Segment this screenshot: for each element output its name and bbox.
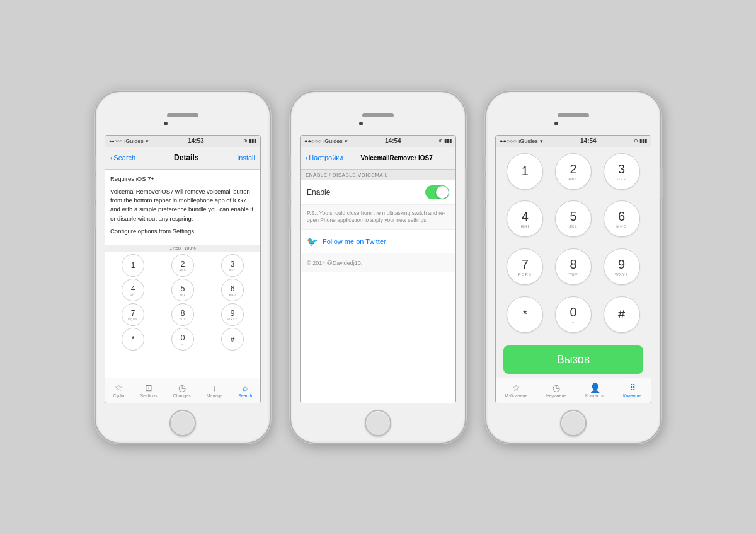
location-2: ⊕: [438, 138, 443, 144]
manage-icon: ↓: [212, 383, 217, 393]
description-body: VoicemailRemoveriOS7 will remove voicema…: [110, 187, 255, 223]
big-dial-3[interactable]: 3DEF: [604, 153, 640, 190]
status-time-2: 14:54: [385, 137, 401, 144]
screen-2: ●●○○○ iGuides ▾ 14:54 ⊕ ▮▮▮ ‹ Настройки …: [300, 135, 456, 403]
battery-3: ▮▮▮: [639, 138, 647, 144]
tab-favorites[interactable]: ☆ Избранное: [505, 383, 527, 398]
dial-7[interactable]: 7PQRS: [122, 303, 144, 326]
big-dial-7[interactable]: 7PQRS: [507, 248, 543, 285]
dial-9[interactable]: 9WXYZ: [221, 303, 244, 326]
enable-toggle[interactable]: [425, 185, 449, 199]
front-camera-2: [359, 122, 363, 125]
dial-5[interactable]: 5JKL: [171, 279, 194, 301]
tab-keypad-label: Клавиша: [623, 393, 641, 398]
tab-search[interactable]: ⌕ Search: [238, 383, 252, 398]
back-button-1[interactable]: ‹ Search: [110, 154, 135, 161]
mute-button[interactable]: [93, 155, 96, 171]
favorites-icon: ☆: [512, 383, 520, 393]
dial-1[interactable]: 1: [122, 254, 144, 277]
big-dial-star[interactable]: *: [507, 296, 543, 333]
call-button[interactable]: Вызов: [503, 345, 643, 374]
twitter-row[interactable]: 🐦 Follow me on Twitter: [301, 230, 455, 253]
chevron-left-icon: ‹: [110, 154, 112, 161]
tab-contacts[interactable]: 👤 Контакты: [585, 383, 604, 398]
status-bar-2: ●●○○○ iGuides ▾ 14:54 ⊕ ▮▮▮: [301, 136, 455, 147]
status-time-3: 14:54: [580, 137, 597, 144]
dial-3[interactable]: 3DEF: [221, 254, 244, 277]
tab-manage-label: Manage: [207, 393, 222, 398]
speaker: [167, 113, 198, 117]
dial-star[interactable]: *: [122, 328, 144, 351]
enable-label: Enable: [307, 188, 330, 197]
twitter-link[interactable]: Follow me on Twitter: [323, 238, 386, 245]
tab-bar-1: ☆ Cydia ⊡ Sections ◷ Changes ↓ Manage ⌕: [105, 378, 260, 403]
battery-2: ▮▮▮: [444, 138, 452, 144]
volume-up-button[interactable]: [93, 177, 96, 199]
power-button-2[interactable]: [465, 168, 467, 199]
enable-row: Enable: [301, 180, 455, 205]
tab-sections[interactable]: ⊡ Sections: [140, 383, 158, 398]
mini-status: 17:58 100%: [105, 245, 260, 252]
dial-4[interactable]: 4GHI: [122, 279, 144, 301]
carrier-label: iGuides: [124, 138, 144, 144]
status-time: 14:53: [188, 137, 204, 144]
signal-3: ●●○○○: [500, 138, 517, 144]
tab-manage[interactable]: ↓ Manage: [207, 383, 222, 398]
dial-6[interactable]: 6MNO: [221, 279, 244, 301]
configure-line: Configure options from Settings.: [110, 227, 255, 236]
screen-1: ●●○○○ iGuides ▾ 14:53 ⊕ ▮▮▮ ‹ Search Det…: [105, 135, 261, 403]
volume-down-button[interactable]: [93, 206, 96, 228]
big-dial-0[interactable]: 0+: [555, 296, 592, 333]
volume-up-button-3[interactable]: [484, 177, 486, 199]
speaker-3: [558, 113, 589, 117]
big-dial-2[interactable]: 2ABC: [555, 153, 592, 190]
settings-note: P.S.: You should close from the multitas…: [301, 205, 455, 231]
big-dial-8[interactable]: 8TUV: [555, 248, 592, 285]
battery-icon: ▮▮▮: [249, 138, 256, 144]
back-label-1: Search: [113, 154, 135, 161]
description-text: Requires iOS 7+ VoicemailRemoveriOS7 wil…: [105, 170, 260, 245]
dial-0[interactable]: 0+: [171, 328, 194, 351]
tab-changes[interactable]: ◷ Changes: [173, 383, 191, 398]
power-button[interactable]: [270, 168, 272, 199]
signal-2: ●●○○○: [304, 138, 321, 144]
carrier-3: iGuides: [518, 138, 538, 144]
speaker-2: [362, 113, 394, 117]
search-icon: ⌕: [243, 383, 248, 393]
big-dial-9[interactable]: 9WXYZ: [604, 248, 640, 285]
location-3: ⊕: [634, 138, 638, 144]
contacts-icon: 👤: [590, 383, 600, 393]
mute-button-3[interactable]: [484, 155, 486, 171]
home-button-1[interactable]: [169, 410, 196, 436]
power-button-3[interactable]: [660, 168, 663, 199]
top-controls-3: [486, 103, 660, 117]
home-button-3[interactable]: [560, 410, 587, 436]
big-dial-pad: 1 2ABC 3DEF 4GHI 5JKL 6MNO 7PQRS 8TUV 9W…: [496, 147, 651, 345]
big-dial-6[interactable]: 6MNO: [604, 200, 640, 237]
volume-up-button-2[interactable]: [289, 177, 291, 199]
install-button[interactable]: Install: [237, 154, 255, 161]
back-button-2[interactable]: ‹ Настройки: [306, 154, 343, 161]
tab-recent-label: Недавние: [546, 393, 566, 398]
home-button-2[interactable]: [365, 410, 391, 436]
tab-keypad[interactable]: ⠿ Клавиша: [623, 383, 641, 398]
dial-pad-1: 1 2ABC 3DEF 4GHI 5JKL 6MNO 7PQRS 8TUV 9W…: [105, 252, 260, 352]
dial-8[interactable]: 8TUV: [171, 303, 194, 326]
big-dial-1[interactable]: 1: [507, 153, 543, 190]
iphone-1: ●●○○○ iGuides ▾ 14:53 ⊕ ▮▮▮ ‹ Search Det…: [94, 91, 271, 444]
status-bar-3: ●●○○○ iGuides ▾ 14:54 ⊕ ▮▮▮: [496, 136, 651, 147]
big-dial-hash[interactable]: #: [604, 296, 640, 333]
wifi-icon: ▾: [146, 138, 149, 144]
big-dial-5[interactable]: 5JKL: [555, 200, 592, 237]
tab-cydia[interactable]: ☆ Cydia: [113, 383, 125, 398]
tab-recent[interactable]: ◷ Недавние: [546, 383, 566, 398]
volume-down-button-3[interactable]: [484, 206, 486, 228]
front-camera-3: [554, 122, 558, 125]
dial-2[interactable]: 2ABC: [171, 254, 194, 277]
dial-hash[interactable]: #: [221, 328, 244, 351]
big-dial-4[interactable]: 4GHI: [507, 200, 543, 237]
mute-button-2[interactable]: [289, 155, 291, 171]
recent-icon: ◷: [553, 383, 560, 393]
back-label-2: Настройки: [309, 154, 343, 161]
volume-down-button-2[interactable]: [289, 206, 291, 228]
